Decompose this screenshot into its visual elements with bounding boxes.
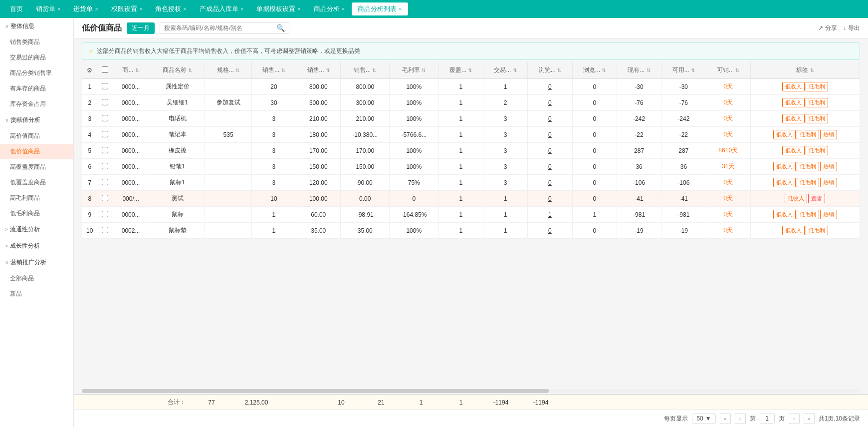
views1-cell[interactable]: 0 — [528, 175, 572, 191]
col-margin[interactable]: 毛利率 ⇅ — [390, 62, 439, 79]
search-icon[interactable]: 🔍 — [276, 24, 285, 32]
prev-page-button[interactable]: ‹ — [735, 413, 746, 424]
sidebar-item-全部商品[interactable]: 全部商品 — [0, 271, 73, 286]
checkbox-cell[interactable] — [98, 207, 112, 223]
sidebar-group-成长性分析[interactable]: > 成长性分析 — [0, 238, 73, 254]
period-button[interactable]: 近一月 — [127, 22, 155, 34]
nav-item-角色授权[interactable]: 角色授权× — [149, 2, 192, 15]
settings-cell: 7 — [82, 175, 98, 191]
nav-close-icon[interactable]: × — [57, 6, 60, 12]
share-button[interactable]: ↗ 分享 — [818, 24, 837, 32]
col-price[interactable]: 销售... ⇅ — [296, 62, 341, 79]
nav-item-首页[interactable]: 首页 — [4, 2, 29, 15]
col-views1[interactable]: 浏览... ⇅ — [528, 62, 572, 79]
search-input[interactable] — [164, 24, 273, 31]
checkbox-cell[interactable] — [98, 175, 112, 191]
col-views2[interactable]: 浏览... ⇅ — [572, 62, 617, 79]
row-checkbox[interactable] — [102, 211, 108, 217]
row-checkbox[interactable] — [102, 179, 108, 185]
col-amount[interactable]: 销售... ⇅ — [341, 62, 390, 79]
checkbox-cell[interactable] — [98, 143, 112, 159]
checkbox-cell[interactable] — [98, 191, 112, 207]
last-page-button[interactable]: » — [804, 413, 815, 424]
sidebar-item-销售类商品[interactable]: 销售类商品 — [0, 34, 73, 50]
nav-close-icon[interactable]: × — [297, 6, 300, 12]
views1-cell[interactable]: 0 — [528, 79, 572, 95]
page-size-selector[interactable]: 50 ▼ — [692, 414, 715, 424]
checkbox-col-header[interactable] — [98, 62, 112, 79]
nav-item-销货单[interactable]: 销货单× — [30, 2, 66, 15]
views1-cell[interactable]: 0 — [528, 143, 572, 159]
checkbox-cell[interactable] — [98, 95, 112, 111]
col-available[interactable]: 可用... ⇅ — [661, 62, 706, 79]
scrollbar-thumb[interactable] — [82, 389, 549, 393]
sidebar-item-低价值商品[interactable]: 低价值商品 — [0, 144, 73, 159]
nav-item-权限设置[interactable]: 权限设置× — [105, 2, 148, 15]
row-checkbox[interactable] — [102, 163, 108, 169]
col-trade[interactable]: 交易... ⇅ — [483, 62, 527, 79]
first-page-button[interactable]: « — [720, 413, 731, 424]
next-page-button[interactable]: › — [789, 413, 800, 424]
sidebar-item-交易过的商品[interactable]: 交易过的商品 — [0, 50, 73, 65]
row-checkbox[interactable] — [102, 195, 108, 201]
sidebar-group-贡献值分析[interactable]: ∨ 贡献值分析 — [0, 112, 73, 128]
nav-item-商品分析[interactable]: 商品分析× — [308, 2, 351, 15]
views1-val: 1 — [548, 211, 552, 218]
views1-cell[interactable]: 0 — [528, 127, 572, 143]
checkbox-cell[interactable] — [98, 159, 112, 175]
col-code[interactable]: 商... ⇅ — [112, 62, 150, 79]
nav-close-icon[interactable]: × — [399, 6, 402, 12]
nav-close-icon[interactable]: × — [183, 6, 186, 12]
nav-item-产成品入库单[interactable]: 产成品入库单× — [194, 2, 249, 15]
tag-低毛利: 低毛利 — [806, 82, 828, 91]
settings-col-header[interactable]: ⚙ — [82, 62, 98, 79]
nav-item-单据模板设置[interactable]: 单据模板设置× — [250, 2, 306, 15]
sidebar-item-高价值商品[interactable]: 高价值商品 — [0, 128, 73, 144]
sidebar-item-商品分类销售率[interactable]: 商品分类销售率 — [0, 65, 73, 81]
sidebar-item-有库存的商品[interactable]: 有库存的商品 — [0, 81, 73, 96]
nav-close-icon[interactable]: × — [139, 6, 142, 12]
nav-close-icon[interactable]: × — [240, 6, 243, 12]
sidebar-item-低覆盖度商品[interactable]: 低覆盖度商品 — [0, 175, 73, 190]
nav-item-进货单[interactable]: 进货单× — [67, 2, 104, 15]
col-spec[interactable]: 规格... ⇅ — [205, 62, 251, 79]
saleable-cell: 8610天 — [706, 143, 750, 159]
sidebar-item-低毛利商品[interactable]: 低毛利商品 — [0, 206, 73, 221]
sidebar-item-高覆盖度商品[interactable]: 高覆盖度商品 — [0, 159, 73, 175]
col-current[interactable]: 现有... ⇅ — [617, 62, 661, 79]
checkbox-cell[interactable] — [98, 127, 112, 143]
row-checkbox[interactable] — [102, 147, 108, 153]
views1-cell[interactable]: 0 — [528, 223, 572, 239]
row-checkbox[interactable] — [102, 131, 108, 137]
views1-cell[interactable]: 0 — [528, 191, 572, 207]
export-button[interactable]: ↓ 导出 — [843, 24, 860, 32]
horizontal-scrollbar[interactable] — [82, 389, 860, 393]
row-checkbox[interactable] — [102, 99, 108, 105]
checkbox-cell[interactable] — [98, 223, 112, 239]
sidebar-group-流通性分析[interactable]: > 流通性分析 — [0, 221, 73, 238]
col-name[interactable]: 商品名称 ⇅ — [150, 62, 205, 79]
nav-item-商品分析列表[interactable]: 商品分析列表× — [352, 2, 408, 15]
sidebar-item-新品[interactable]: 新品 — [0, 286, 73, 302]
sidebar-item-高毛利商品[interactable]: 高毛利商品 — [0, 190, 73, 206]
select-all-checkbox[interactable] — [102, 66, 108, 73]
views1-cell[interactable]: 0 — [528, 95, 572, 111]
views1-cell[interactable]: 0 — [528, 111, 572, 127]
row-checkbox[interactable] — [102, 115, 108, 121]
sidebar-group-整体信息[interactable]: ∨ 整体信息 — [0, 18, 73, 34]
sidebar-group-营销推广分析[interactable]: ∨ 营销推广分析 — [0, 254, 73, 271]
nav-close-icon[interactable]: × — [342, 6, 345, 12]
checkbox-cell[interactable] — [98, 111, 112, 127]
checkbox-cell[interactable] — [98, 79, 112, 95]
col-saleable[interactable]: 可销... ⇅ — [706, 62, 750, 79]
col-qty[interactable]: 销售... ⇅ — [251, 62, 296, 79]
col-coverage[interactable]: 覆盖... ⇅ — [438, 62, 483, 79]
nav-close-icon[interactable]: × — [95, 6, 98, 12]
sidebar-item-库存资金占用[interactable]: 库存资金占用 — [0, 96, 73, 112]
views1-cell[interactable]: 0 — [528, 159, 572, 175]
col-tags[interactable]: 标签 ⇅ — [750, 62, 860, 79]
page-number-input[interactable] — [760, 414, 775, 424]
views1-cell[interactable]: 1 — [528, 207, 572, 223]
row-checkbox[interactable] — [102, 227, 108, 233]
row-checkbox[interactable] — [102, 83, 108, 89]
